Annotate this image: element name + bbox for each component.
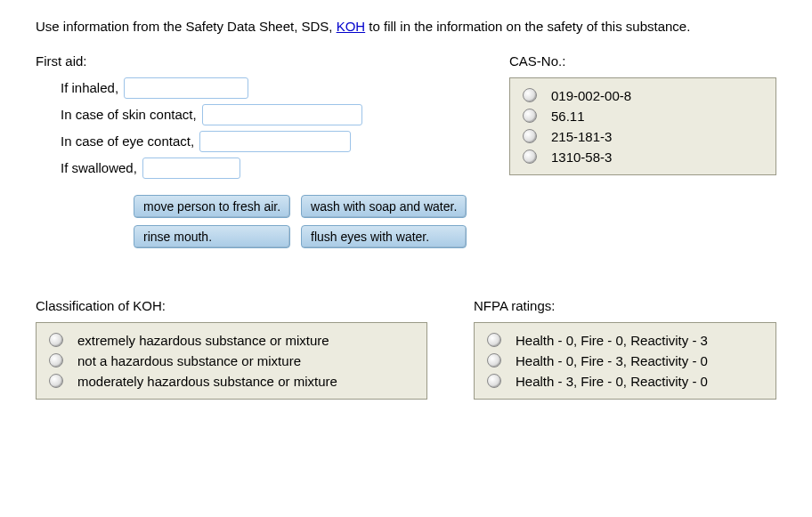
- radio-icon: [487, 353, 501, 368]
- dropzone-inhaled[interactable]: [124, 77, 248, 99]
- drag-chip-soap-water[interactable]: wash with soap and water.: [301, 195, 467, 218]
- drag-chip-flush-eyes[interactable]: flush eyes with water.: [301, 225, 467, 248]
- instructions: Use information from the Safety Data She…: [36, 18, 776, 36]
- first-aid-eye-label: In case of eye contact,: [61, 133, 194, 149]
- classification-option-0[interactable]: extremely hazardous substance or mixture: [49, 330, 414, 351]
- cas-option-2[interactable]: 215-181-3: [523, 126, 763, 147]
- cas-option-0[interactable]: 019-002-00-8: [523, 85, 763, 106]
- nfpa-option-1[interactable]: Health - 0, Fire - 3, Reactivity - 0: [487, 351, 763, 371]
- nfpa-option-2[interactable]: Health - 3, Fire - 0, Reactivity - 0: [487, 371, 763, 392]
- radio-icon: [49, 333, 63, 347]
- cas-option-label: 1310-58-3: [551, 149, 612, 165]
- radio-icon: [523, 109, 537, 123]
- first-aid-heading: First aid:: [36, 53, 509, 69]
- drag-chip-fresh-air[interactable]: move person to fresh air.: [134, 195, 290, 218]
- radio-icon: [523, 88, 537, 102]
- cas-option-1[interactable]: 56.11: [523, 106, 763, 126]
- classification-option-label: moderately hazardous substance or mixtur…: [77, 374, 337, 389]
- dropzone-swallowed[interactable]: [142, 158, 240, 179]
- instructions-suffix: to fill in the information on the safety…: [365, 19, 690, 34]
- dropzone-eye[interactable]: [199, 131, 351, 152]
- cas-option-3[interactable]: 1310-58-3: [523, 147, 763, 167]
- dropzone-skin[interactable]: [202, 104, 362, 125]
- radio-icon: [487, 333, 501, 347]
- classification-option-box: extremely hazardous substance or mixture…: [36, 322, 427, 400]
- first-aid-skin-label: In case of skin contact,: [61, 107, 197, 122]
- koh-link[interactable]: KOH: [337, 19, 366, 34]
- nfpa-option-label: Health - 0, Fire - 3, Reactivity - 0: [516, 353, 708, 368]
- instructions-prefix: Use information from the Safety Data She…: [36, 19, 337, 34]
- cas-option-box: 019-002-00-8 56.11 215-181-3 1310-58-3: [509, 77, 776, 175]
- classification-heading: Classification of KOH:: [36, 298, 427, 313]
- classification-option-label: not a hazardous substance or mixture: [77, 353, 301, 368]
- cas-option-label: 215-181-3: [551, 129, 612, 144]
- radio-icon: [523, 129, 537, 143]
- nfpa-option-label: Health - 0, Fire - 0, Reactivity - 3: [516, 333, 708, 348]
- nfpa-option-label: Health - 3, Fire - 0, Reactivity - 0: [516, 374, 708, 389]
- classification-option-label: extremely hazardous substance or mixture: [77, 333, 329, 348]
- classification-option-1[interactable]: not a hazardous substance or mixture: [49, 351, 414, 371]
- classification-option-2[interactable]: moderately hazardous substance or mixtur…: [49, 371, 414, 392]
- first-aid-inhaled-label: If inhaled,: [61, 80, 118, 95]
- first-aid-swallowed-label: If swallowed,: [61, 160, 137, 175]
- radio-icon: [487, 374, 501, 388]
- radio-icon: [49, 353, 63, 368]
- cas-option-label: 56.11: [551, 109, 585, 124]
- nfpa-option-box: Health - 0, Fire - 0, Reactivity - 3 Hea…: [474, 322, 776, 400]
- cas-option-label: 019-002-00-8: [551, 88, 631, 103]
- nfpa-heading: NFPA ratings:: [474, 298, 776, 313]
- drag-chip-rinse-mouth[interactable]: rinse mouth.: [134, 225, 290, 248]
- radio-icon: [49, 374, 63, 388]
- radio-icon: [523, 149, 537, 164]
- nfpa-option-0[interactable]: Health - 0, Fire - 0, Reactivity - 3: [487, 330, 763, 351]
- cas-heading: CAS-No.:: [509, 53, 776, 69]
